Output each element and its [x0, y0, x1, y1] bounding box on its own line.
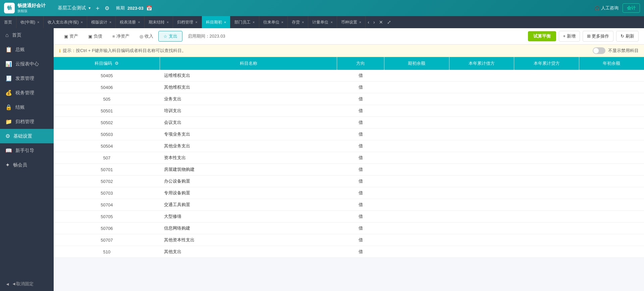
cell-direction: 借 [337, 246, 384, 258]
toggle-disabled-area: 不显示禁用科目 [593, 47, 639, 54]
tab-tax-clear[interactable]: 税表清册 × [116, 16, 144, 28]
tab-pin-button[interactable]: ✕ [377, 19, 385, 25]
sub-tab-income[interactable]: ◎ 收入 [135, 31, 158, 42]
sidebar-item-tax[interactable]: 💰 税务管理 [0, 86, 54, 100]
table-body: 50405 运维维权支出 借 50406 其他维权支出 借 505 业务支出 借 [54, 70, 644, 258]
hint-icon: ℹ [59, 48, 61, 53]
settings-icon-button[interactable]: ⚙ [105, 5, 109, 11]
table-row[interactable]: 50705 大型修缮 借 [54, 211, 644, 223]
cell-period-balance [384, 246, 449, 258]
tab-report-mid-close[interactable]: × [37, 20, 39, 24]
account-button[interactable]: 会计 [623, 3, 640, 13]
sub-tab-net-asset[interactable]: ≡ 净资产 [107, 31, 135, 42]
tab-currency-label: 币种设置 [341, 19, 357, 25]
table-row[interactable]: 50405 运维维权支出 借 [54, 70, 644, 82]
tab-currency-close[interactable]: × [359, 20, 361, 24]
refresh-button[interactable]: ↻ 刷新 [616, 31, 639, 42]
sidebar-item-settings[interactable]: ⚙ 基础设置 [0, 129, 54, 143]
col-ytd-credit: 本年累计贷方 [514, 57, 579, 70]
sidebar-item-report[interactable]: 📊 云报表中心 [0, 57, 54, 71]
cell-ytd-credit [514, 176, 579, 187]
table-row[interactable]: 507 资本性支出 借 [54, 152, 644, 164]
sidebar-collapse-button[interactable]: ◄ ◄取消固定 [0, 277, 54, 291]
tab-archive-close[interactable]: × [195, 20, 197, 24]
tab-next-button[interactable]: › [371, 19, 377, 25]
hint-text: 提示：按Ctrl + F键并输入科目编码或者科目名称可以查找科目。 [63, 48, 186, 54]
cell-name: 交通工具购置 [160, 199, 337, 211]
cell-name: 办公设备购置 [160, 176, 337, 187]
table-row[interactable]: 50504 其他业务支出 借 [54, 140, 644, 152]
table-row[interactable]: 50502 会议支出 借 [54, 117, 644, 129]
tab-dept-staff-close[interactable]: × [253, 20, 255, 24]
sidebar-label-close: 结账 [15, 104, 25, 110]
tab-currency[interactable]: 币种设置 × [337, 16, 366, 28]
table-row[interactable]: 50703 专用设备购置 借 [54, 187, 644, 199]
table-row[interactable]: 50704 交通工具购置 借 [54, 199, 644, 211]
service-button[interactable]: 🎧 人工咨询 [594, 5, 619, 11]
cell-period-balance [384, 105, 449, 117]
tab-home[interactable]: 首页 [0, 16, 16, 28]
tab-report-mid[interactable]: 收(中期) × [16, 16, 44, 28]
toggle-disabled-switch[interactable] [593, 47, 605, 54]
sidebar-item-invoice[interactable]: 🧾 发票管理 [0, 71, 54, 86]
table-row[interactable]: 50707 其他资本性支出 借 [54, 234, 644, 246]
cell-name: 专项业务支出 [160, 129, 337, 140]
table-row[interactable]: 50501 培训支出 借 [54, 105, 644, 117]
cell-ytd-credit [514, 82, 579, 93]
calc-balance-button[interactable]: 试算平衡 [528, 31, 556, 41]
company-dropdown-arrow[interactable]: ▾ [89, 6, 91, 10]
sub-tab-asset[interactable]: ▣ 资产 [59, 31, 83, 42]
tab-unit-measure-close[interactable]: × [330, 20, 332, 24]
cell-direction: 借 [337, 187, 384, 199]
sidebar-item-close[interactable]: 🔒 结账 [0, 100, 54, 114]
cell-ytd-credit [514, 140, 579, 152]
tab-unit[interactable]: 往来单位 × [259, 16, 288, 28]
more-actions-button[interactable]: ⊞ 更多操作 [583, 31, 614, 42]
table-row[interactable]: 510 其他支出 借 [54, 246, 644, 258]
table-row[interactable]: 505 业务支出 借 [54, 93, 644, 105]
table-row[interactable]: 50702 办公设备购置 借 [54, 176, 644, 187]
sidebar-item-guide[interactable]: 📖 新手引导 [0, 143, 54, 158]
tab-stock-close[interactable]: × [302, 20, 304, 24]
cell-name: 会议支出 [160, 117, 337, 129]
tab-subject-init[interactable]: 科目期初 × [202, 16, 230, 28]
tab-period-close-close[interactable]: × [167, 20, 169, 24]
cell-ytd-credit [514, 211, 579, 223]
cell-ytd-debit [449, 70, 514, 82]
calendar-icon[interactable]: 📅 [146, 5, 152, 11]
tab-subject-init-close[interactable]: × [224, 20, 226, 24]
cell-ytd-credit [514, 246, 579, 258]
table-row[interactable]: 50406 其他维权支出 借 [54, 82, 644, 93]
add-company-button[interactable]: ＋ [93, 4, 102, 12]
tab-period-close[interactable]: 期末结转 × [145, 16, 173, 28]
col-code: 科目编码 ⚙ [54, 57, 160, 70]
tab-template-close[interactable]: × [109, 20, 111, 24]
table-row[interactable]: 50701 房屋建筑物购建 借 [54, 164, 644, 176]
sub-tab-liability[interactable]: ▣ 负债 [83, 31, 107, 42]
tab-prev-button[interactable]: ‹ [366, 19, 371, 25]
add-button[interactable]: + 新增 [559, 31, 580, 42]
tab-unit-close[interactable]: × [281, 20, 283, 24]
cell-ytd-credit [514, 187, 579, 199]
cell-period-balance [384, 164, 449, 176]
tab-expand-button[interactable]: ⤢ [385, 19, 393, 25]
tab-dept-staff[interactable]: 部门员工 × [230, 16, 259, 28]
cell-direction: 借 [337, 211, 384, 223]
tab-unit-measure[interactable]: 计量单位 × [308, 16, 337, 28]
sidebar-item-home[interactable]: ⌂ 首页 [0, 28, 54, 42]
tab-income-annual[interactable]: 收入支出表(年报) × [44, 16, 87, 28]
sidebar-item-ledger[interactable]: 📋 总账 [0, 42, 54, 57]
cell-year-balance [579, 199, 644, 211]
table-row[interactable]: 50503 专项业务支出 借 [54, 129, 644, 140]
sidebar-item-member[interactable]: ✦ 畅会员 [0, 158, 54, 172]
tab-stock[interactable]: 存货 × [288, 16, 308, 28]
tab-tax-clear-close[interactable]: × [138, 20, 140, 24]
tab-template[interactable]: 模版设计 × [87, 16, 116, 28]
table-row[interactable]: 50706 信息网络购建 借 [54, 223, 644, 234]
col-code-settings-icon[interactable]: ⚙ [115, 61, 119, 66]
tab-income-annual-close[interactable]: × [80, 20, 83, 24]
sub-tab-expense[interactable]: ☆ 支出 [158, 31, 182, 42]
sidebar-item-archive[interactable]: 📁 归档管理 [0, 114, 54, 129]
tab-archive[interactable]: 归档管理 × [173, 16, 202, 28]
app-edition: 旗舰版 [17, 9, 46, 13]
